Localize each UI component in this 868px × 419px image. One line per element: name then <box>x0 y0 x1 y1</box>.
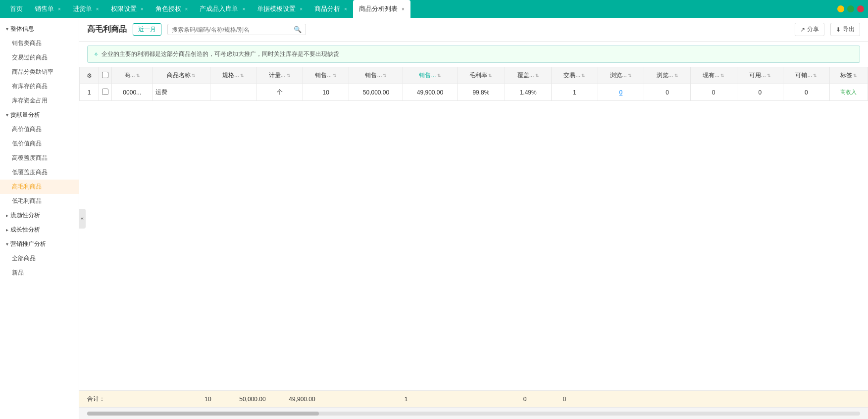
search-input[interactable] <box>172 26 294 33</box>
cell-coverage: 1.49% <box>505 84 552 101</box>
col-coverage[interactable]: 覆盖...⇅ <box>505 67 552 84</box>
sort-icon: ⇅ <box>767 73 771 78</box>
footer-sales-cost: 49,900.00 <box>277 396 327 403</box>
sidebar-item-low-margin[interactable]: 低毛利商品 <box>0 194 79 208</box>
cell-gross-rate: 99.8% <box>457 84 505 101</box>
sidebar-group-contribution[interactable]: ▾ 贡献量分析 <box>0 108 79 122</box>
sidebar-group-overall[interactable]: ▾ 整体信息 <box>0 22 79 36</box>
minimize-button[interactable] <box>837 5 844 12</box>
close-icon[interactable]: × <box>185 6 188 12</box>
nav-analysis[interactable]: 商品分析 × <box>308 0 353 18</box>
nav-home[interactable]: 首页 <box>4 0 29 18</box>
select-all-checkbox[interactable] <box>102 72 108 78</box>
nav-purchase[interactable]: 进货单 × <box>67 0 105 18</box>
col-sales-qty[interactable]: 销售...⇅ <box>303 67 349 84</box>
scrollbar-thumb[interactable] <box>87 412 319 416</box>
close-icon[interactable]: × <box>242 6 245 12</box>
table-wrapper: ⚙ 商...⇅ 商品名称⇅ 规格...⇅ <box>79 67 868 419</box>
close-icon[interactable]: × <box>96 6 99 12</box>
sidebar-item-sales-goods[interactable]: 销售类商品 <box>0 36 79 50</box>
sidebar-item-low-value[interactable]: 低价值商品 <box>0 137 79 151</box>
share-button[interactable]: ↗ 分享 <box>795 23 824 36</box>
footer-coverage <box>357 396 386 403</box>
sidebar-item-high-value[interactable]: 高价值商品 <box>0 122 79 137</box>
col-sales-amount[interactable]: 销售...⇅ <box>349 67 403 84</box>
col-current-stock[interactable]: 现有...⇅ <box>690 67 737 84</box>
nav-role[interactable]: 角色授权 × <box>150 0 194 18</box>
close-icon[interactable]: × <box>300 6 303 12</box>
arrow-down-icon: ▾ <box>6 112 8 118</box>
sort-icon: ⇅ <box>488 73 492 78</box>
maximize-button[interactable] <box>847 5 854 12</box>
close-icon[interactable]: × <box>141 6 144 12</box>
sidebar-item-high-coverage[interactable]: 高覆盖度商品 <box>0 151 79 165</box>
sidebar-collapse-button[interactable]: « <box>79 209 86 229</box>
search-box: 🔍 <box>167 24 306 35</box>
table-header-row: ⚙ 商...⇅ 商品名称⇅ 规格...⇅ <box>80 67 868 84</box>
content-header: 高毛利商品 近一月 🔍 ↗ 分享 ⬇ 导出 <box>79 18 868 42</box>
share-icon: ↗ <box>800 26 805 33</box>
cell-browse1[interactable]: 0 <box>598 84 644 101</box>
sidebar-item-stock-fund[interactable]: 库存资金占用 <box>0 93 79 108</box>
sidebar-group-growth[interactable]: ▸ 成长性分析 <box>0 223 79 237</box>
cell-trade: 1 <box>552 84 598 101</box>
cell-sellable: 0 <box>783 84 830 101</box>
sidebar-item-new-goods[interactable]: 新品 <box>0 266 79 280</box>
nav-template[interactable]: 单据模板设置 × <box>251 0 308 18</box>
col-unit[interactable]: 计量...⇅ <box>256 67 303 84</box>
close-button[interactable] <box>857 5 864 12</box>
col-settings[interactable]: ⚙ <box>80 67 99 84</box>
nav-analysis-list[interactable]: 商品分析列表 × <box>353 0 410 18</box>
footer-trade: 1 <box>386 396 426 403</box>
col-spec[interactable]: 规格...⇅ <box>210 67 256 84</box>
sort-icon: ⇅ <box>813 73 817 78</box>
col-trade[interactable]: 交易...⇅ <box>552 67 598 84</box>
sidebar-group-flow[interactable]: ▸ 流趋性分析 <box>0 208 79 223</box>
sidebar-item-traded-goods[interactable]: 交易过的商品 <box>0 50 79 65</box>
period-button[interactable]: 近一月 <box>133 23 161 36</box>
nav-product-inbound[interactable]: 产成品入库单 × <box>194 0 251 18</box>
sort-icon: ⇅ <box>383 73 387 78</box>
scrollbar-area[interactable] <box>79 407 868 419</box>
row-checkbox[interactable] <box>102 89 108 95</box>
sort-icon: ⇅ <box>674 73 678 78</box>
sort-icon: ⇅ <box>192 73 196 78</box>
col-code[interactable]: 商...⇅ <box>112 67 153 84</box>
sidebar-group-marketing[interactable]: ▾ 营销推广分析 <box>0 237 79 251</box>
cell-tag: 高收入 <box>829 84 868 101</box>
cell-sales-qty: 10 <box>303 84 349 101</box>
nav-sales[interactable]: 销售单 × <box>29 0 67 18</box>
close-icon[interactable]: × <box>58 6 61 12</box>
arrow-down-icon: ▾ <box>6 26 8 32</box>
close-icon[interactable]: × <box>344 6 347 12</box>
main-layout: ▾ 整体信息 销售类商品 交易过的商品 商品分类助销率 有库存的商品 库存资金占… <box>0 18 868 419</box>
col-checkbox[interactable] <box>99 67 112 84</box>
sort-icon: ⇅ <box>581 73 585 78</box>
sidebar-item-stock-goods[interactable]: 有库存的商品 <box>0 79 79 93</box>
col-available[interactable]: 可用...⇅ <box>737 67 783 84</box>
col-browse2[interactable]: 浏览...⇅ <box>644 67 691 84</box>
col-sales-cost[interactable]: 销售...⇅ <box>403 67 457 84</box>
col-browse1[interactable]: 浏览...⇅ <box>598 67 644 84</box>
search-icon[interactable]: 🔍 <box>294 26 302 33</box>
sidebar-item-all-goods[interactable]: 全部商品 <box>0 251 79 266</box>
sidebar-item-high-margin[interactable]: 高毛利商品 <box>0 180 79 194</box>
footer-available: 0 <box>545 396 584 403</box>
cell-checkbox[interactable] <box>99 84 112 101</box>
nav-permission[interactable]: 权限设置 × <box>105 0 150 18</box>
tip-icon: ✧ <box>94 51 99 58</box>
close-icon[interactable]: × <box>402 6 405 12</box>
cell-sales-amount: 50,000.00 <box>349 84 403 101</box>
sort-icon: ⇅ <box>333 73 337 78</box>
data-table: ⚙ 商...⇅ 商品名称⇅ 规格...⇅ <box>79 67 868 101</box>
cell-unit: 个 <box>256 84 303 101</box>
export-button[interactable]: ⬇ 导出 <box>830 23 860 36</box>
sidebar: ▾ 整体信息 销售类商品 交易过的商品 商品分类助销率 有库存的商品 库存资金占… <box>0 18 79 419</box>
sort-icon: ⇅ <box>437 73 441 78</box>
col-name[interactable]: 商品名称⇅ <box>153 67 210 84</box>
col-sellable[interactable]: 可销...⇅ <box>783 67 830 84</box>
col-tag[interactable]: 标签⇅ <box>829 67 868 84</box>
col-gross-rate[interactable]: 毛利率⇅ <box>457 67 505 84</box>
sidebar-item-category-rate[interactable]: 商品分类助销率 <box>0 65 79 79</box>
sidebar-item-low-coverage[interactable]: 低覆盖度商品 <box>0 165 79 180</box>
